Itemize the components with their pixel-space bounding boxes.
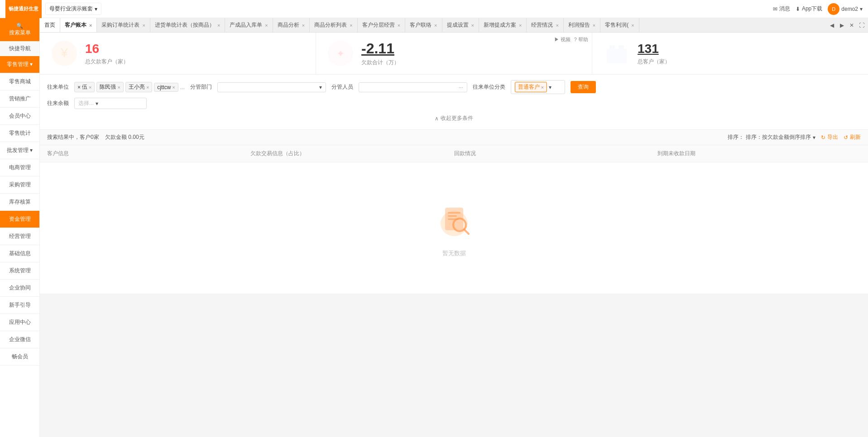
tab-bar: 首页 客户账本 × 采购订单统计表 × 进货单统计表（按商品） × 产成品入库单… <box>40 18 868 33</box>
sidebar-item-retail-mall[interactable]: 零售商城 <box>0 73 39 90</box>
collapse-filters-btn[interactable]: ∧ 收起更多条件 <box>47 113 861 124</box>
export-btn[interactable]: ↻ 导出 <box>821 133 838 141</box>
filter-dept-select[interactable]: ▾ <box>217 82 326 92</box>
tab-customer-balance[interactable]: 客户账本 × <box>60 18 97 33</box>
tab-close-icon[interactable]: × <box>631 23 634 28</box>
tab-controls: ◀ ▶ ✕ ⛶ <box>825 21 868 30</box>
tab-close-icon[interactable]: × <box>142 23 145 28</box>
sidebar-item-new-guide[interactable]: 新手引导 <box>0 297 39 314</box>
sidebar-item-wholesale[interactable]: 批发管理 ▾ <box>0 142 39 159</box>
tab-close-icon[interactable]: × <box>302 23 305 28</box>
overdue-icon: ✦ <box>327 40 354 67</box>
video-help-btn[interactable]: ▶ 视频 <box>554 36 571 43</box>
remove-normal-customer-tag[interactable]: × <box>541 85 544 90</box>
stat-card-customers: ¥ 16 总欠款客户（家） <box>40 33 316 74</box>
empty-icon <box>432 199 477 244</box>
tab-close-all-btn[interactable]: ✕ <box>847 21 856 30</box>
tab-close-icon[interactable]: × <box>593 23 595 28</box>
sidebar-item-vip[interactable]: 畅会员 <box>0 348 39 366</box>
stat-card-overdue: ✦ -2.11 欠款合计（万） ▶ 视频 ? 帮 <box>316 33 592 74</box>
sidebar-item-retail-stats[interactable]: 零售统计 <box>0 125 39 142</box>
sidebar-item-ecommerce[interactable]: 电商管理 <box>0 159 39 176</box>
tab-profit-report[interactable]: 利润报告 × <box>564 18 600 33</box>
tab-product-stock-in[interactable]: 产成品入库单 × <box>225 18 273 33</box>
chevron-down-icon: ▾ <box>96 100 98 107</box>
tab-close-icon[interactable]: × <box>471 23 474 28</box>
tab-product-analysis[interactable]: 商品分析 × <box>273 18 310 33</box>
stat-card1-info: 16 总欠款客户（家） <box>85 42 129 66</box>
filter-area: 往来单位 × 伍 × 陈民强 × 王小亮 × <box>40 75 868 130</box>
empty-state: 暂无数据 <box>40 162 868 294</box>
sidebar-item-purchase[interactable]: 采购管理 <box>0 176 39 194</box>
tab-close-icon[interactable]: × <box>217 23 220 28</box>
filter-balance-select[interactable]: 选择... ▾ <box>74 98 147 109</box>
query-button[interactable]: 查询 <box>571 81 596 93</box>
tab-prev-btn[interactable]: ◀ <box>827 21 836 30</box>
building-icon <box>603 40 630 67</box>
result-bar: 搜索结果中，客户0家 欠款金额 0.00元 排序： 排序：按欠款金额倒序排序 ▾… <box>40 130 868 145</box>
tab-retail-profit[interactable]: 零售利润( × <box>600 18 639 33</box>
sidebar-item-finance[interactable]: 资金管理 <box>0 211 39 228</box>
tab-close-icon[interactable]: × <box>89 23 92 28</box>
filter-person-select[interactable]: ··· <box>359 82 467 92</box>
filter-tag-normal-customer: 普通客户 × <box>515 82 547 92</box>
stat-value-total: 131 <box>638 42 670 56</box>
tab-next-btn[interactable]: ▶ <box>837 21 846 30</box>
tab-close-icon[interactable]: × <box>265 23 268 28</box>
tab-business-status[interactable]: 经营情况 × <box>527 18 563 33</box>
stat-value-customers: 16 <box>85 42 129 56</box>
sidebar-item-member-center[interactable]: 会员中心 <box>0 108 39 125</box>
tab-close-icon[interactable]: × <box>434 23 437 28</box>
tab-push-settings[interactable]: 提成设置 × <box>442 18 479 33</box>
tab-expand-btn[interactable]: ⛶ <box>857 21 866 30</box>
help-btn[interactable]: ? 帮助 <box>574 36 588 43</box>
sidebar-item-retail-mgmt[interactable]: 零售管理 ▾ <box>0 56 39 73</box>
filter-row-1: 往来单位 × 伍 × 陈民强 × 王小亮 × <box>47 80 861 94</box>
filter-unit-type-select[interactable]: 普通客户 × ▾ <box>511 80 565 94</box>
tab-product-analysis-list[interactable]: 商品分析列表 × <box>310 18 357 33</box>
message-btn[interactable]: ✉ 消息 <box>773 5 790 13</box>
stat-card2-info: -2.11 欠款合计（万） <box>361 40 399 66</box>
tab-new-push-plan[interactable]: 新增提成方案 × <box>479 18 527 33</box>
avatar: D <box>828 3 839 15</box>
tab-purchase-stats-by-product[interactable]: 进货单统计表（按商品） × <box>150 18 225 33</box>
sidebar-item-enterprise[interactable]: 企业协同 <box>0 280 39 297</box>
remove-tag-wu[interactable]: × <box>89 85 91 90</box>
sidebar-item-app-center[interactable]: 应用中心 <box>0 314 39 331</box>
sort-selector[interactable]: 排序： 排序：按欠款金额倒序排序 ▾ <box>728 133 815 141</box>
tab-close-icon[interactable]: × <box>519 23 522 28</box>
filter-more-tags[interactable]: ... <box>180 84 185 90</box>
tab-close-icon[interactable]: × <box>350 23 352 28</box>
tab-close-icon[interactable]: × <box>556 23 558 28</box>
sidebar-item-operation[interactable]: 经营管理 <box>0 228 39 245</box>
refresh-btn[interactable]: ↺ 刷新 <box>844 133 861 141</box>
tab-customer-tier[interactable]: 客户分层经营 × <box>358 18 405 33</box>
remove-tag-cjttcw[interactable]: × <box>172 85 175 90</box>
sidebar-item-inventory[interactable]: 库存核算 <box>0 194 39 211</box>
sidebar-search[interactable]: 🔍 搜索菜单 <box>0 18 39 41</box>
stat-label-customers: 总欠款客户（家） <box>85 58 129 66</box>
workspace-selector[interactable]: 母婴行业演示账套 ▾ <box>45 3 101 15</box>
tab-home[interactable]: 首页 <box>40 18 60 33</box>
question-icon: ? <box>574 37 577 42</box>
sidebar-item-sys-mgmt[interactable]: 系统管理 <box>0 262 39 280</box>
refresh-icon: ↻ <box>821 134 825 141</box>
sidebar-quick-nav[interactable]: 快捷导航 <box>0 41 39 56</box>
tab-purchase-order-stats[interactable]: 采购订单统计表 × <box>97 18 150 33</box>
filter-unit-tags: × 伍 × 陈民强 × 王小亮 × cjttcw <box>74 82 185 92</box>
user-menu[interactable]: D demo2 ▾ <box>828 3 863 15</box>
download-btn[interactable]: ⬇ App下载 <box>796 5 822 13</box>
sidebar-item-wechat-biz[interactable]: 企业微信 <box>0 331 39 348</box>
col-overdue-date: 到期未收款日期 <box>657 150 861 157</box>
tab-customer-contact[interactable]: 客户联络 × <box>405 18 442 33</box>
chevron-up-icon: ∧ <box>435 115 439 122</box>
tab-close-icon[interactable]: × <box>398 23 400 28</box>
svg-rect-6 <box>619 45 624 49</box>
remove-tag-wang[interactable]: × <box>146 85 149 90</box>
sidebar-item-basic-info[interactable]: 基础信息 <box>0 245 39 262</box>
remove-tag-chen[interactable]: × <box>117 85 120 90</box>
sidebar-item-marketing[interactable]: 营销推广 <box>0 90 39 108</box>
message-icon: ✉ <box>773 6 777 12</box>
chevron-down-icon: ▾ <box>319 84 322 90</box>
empty-text: 暂无数据 <box>442 249 466 257</box>
